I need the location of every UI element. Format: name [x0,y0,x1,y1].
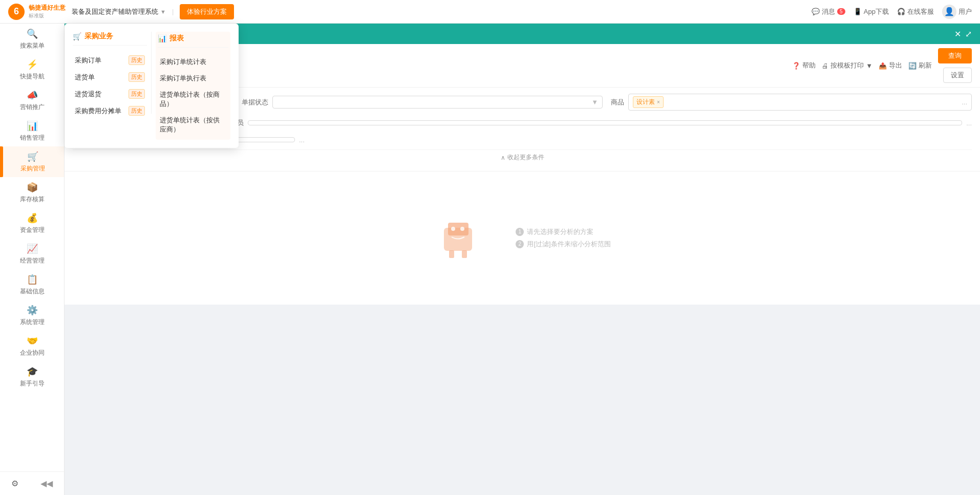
menu-divider [151,32,152,114]
system-title-dropdown[interactable]: 装备及固定资产辅助管理系统 ▼ [72,7,166,16]
menu-item-goods-stats-by-supplier[interactable]: 进货单统计表（按供应商） [158,112,228,138]
megaphone-icon: 📣 [27,90,38,101]
sidebar-item-label-operations: 经营管理 [20,256,45,265]
sidebar-item-label-system: 系统管理 [20,318,45,327]
sidebar-item-label-cooperation: 企业协同 [20,349,45,357]
cart-icon: 🛒 [27,151,38,162]
dropdown-arrow-icon: ▼ [160,9,166,15]
menu-item-purchase-expense[interactable]: 采购费用分摊单 历史 [73,102,147,119]
sidebar-item-label-guide: 新手引导 [20,379,45,388]
empty-state: 1 请先选择要分析的方案 2 用[过滤]条件来缩小分析范围 [65,171,980,305]
salesman-more-btn[interactable]: ... [966,119,972,127]
app-download-btn[interactable]: 📱 App下载 [854,7,889,16]
headset-icon: 🎧 [897,8,905,15]
sidebar-item-marketing[interactable]: 📣 营销推广 [0,85,64,116]
top-right: 💬 消息 5 📱 App下载 🎧 在线客服 👤 用户 [812,5,972,19]
goods-tag: 设计素 × [633,96,664,108]
print-dropdown-icon: ▼ [866,62,872,70]
logo-text-area: 畅捷通好生意 标准版 [29,4,66,19]
logo-area: 6 畅捷通好生意 标准版 [8,4,66,20]
tab-close-btn[interactable]: ✕ [954,29,961,39]
goods-tag-close[interactable]: × [657,99,660,105]
settings-btn[interactable]: 设置 [943,68,972,83]
tip-1: 1 请先选择要分析的方案 [516,226,610,238]
sidebar-item-guide[interactable]: 🎓 新手引导 [0,361,64,392]
settings-icon: ⚙️ [27,305,38,316]
sidebar-item-finance[interactable]: 💰 资金管理 [0,208,64,239]
purchase-expense-label: 采购费用分摊单 [75,106,121,116]
history-badge-return[interactable]: 历史 [129,89,145,99]
history-badge-purchase-order[interactable]: 历史 [129,55,145,65]
user-btn[interactable]: 👤 用户 [942,5,972,19]
sidebar-item-search[interactable]: 🔍 搜索菜单 [0,24,64,54]
lightning-icon: ⚡ [27,59,38,70]
purchase-goods-label: 进货单 [75,73,95,82]
sidebar-item-label-purchase: 采购管理 [20,164,45,173]
handshake-icon: 🤝 [27,335,38,347]
purchase-order-label: 采购订单 [75,56,101,65]
menu-item-order-exec[interactable]: 采购订单执行表 [158,70,228,87]
search-icon: 🔍 [27,28,38,39]
status-select[interactable]: ▼ [272,96,603,109]
goods-input[interactable]: 设计素 × ... [628,94,972,111]
export-btn[interactable]: 📤 导出 [879,61,902,70]
report-section-title: 📊 报表 [158,34,228,48]
print-template-btn[interactable]: 🖨 按模板打印 ▼ [822,61,872,70]
top-left: 6 畅捷通好生意 标准版 装备及固定资产辅助管理系统 ▼ | 体验行业方案 [8,4,234,20]
salesman-select[interactable] [248,120,962,125]
empty-tips: 1 请先选择要分析的方案 2 用[过滤]条件来缩小分析范围 [516,226,610,250]
dropdown-menu-container: 🛒 采购业务 采购订单 历史 进货单 历史 进货退货 历史 采购费用分摊单 [65,24,239,148]
menu-item-order-stats[interactable]: 采购订单统计表 [158,54,228,70]
history-badge-expense[interactable]: 历史 [129,106,145,116]
sidebar-item-quick-nav[interactable]: ⚡ 快捷导航 [0,54,64,85]
svg-rect-4 [449,250,454,258]
refresh-btn[interactable]: 🔄 刷新 [908,61,932,70]
collapse-arrow-icon: ∧ [501,154,505,161]
refresh-icon: 🔄 [908,62,917,70]
query-btn[interactable]: 查询 [938,48,972,63]
menu-item-purchase-return[interactable]: 进货退货 历史 [73,85,147,102]
history-badge-goods[interactable]: 历史 [129,72,145,82]
tab-controls: ✕ ⤢ [954,29,976,39]
purchase-business-section: 🛒 采购业务 采购订单 历史 进货单 历史 进货退货 历史 采购费用分摊单 [73,32,147,140]
message-badge: 5 [837,8,845,15]
help-btn[interactable]: ❓ 帮助 [792,61,816,70]
sidebar-item-label-inventory: 库存核算 [20,195,45,204]
purchase-dropdown-menu: 🛒 采购业务 采购订单 历史 进货单 历史 进货退货 历史 采购费用分摊单 [65,24,239,148]
customer-more-btn[interactable]: ... [299,136,305,144]
sidebar-item-base-info[interactable]: 📋 基础信息 [0,269,64,300]
sidebar-footer: ⚙ ◀◀ [0,471,64,495]
goods-more-btn[interactable]: ... [962,98,967,106]
sidebar-item-label-finance: 资金管理 [20,226,45,234]
box-icon: 📦 [27,182,38,193]
menu-item-purchase-goods[interactable]: 进货单 历史 [73,69,147,85]
menu-item-purchase-order[interactable]: 采购订单 历史 [73,52,147,69]
sidebar-item-cooperation[interactable]: 🤝 企业协同 [0,331,64,361]
svg-point-2 [451,227,455,231]
company-name: 畅捷通好生意 [29,4,66,12]
footer-settings-icon[interactable]: ⚙ [11,479,18,488]
sidebar-item-sales[interactable]: 📊 销售管理 [0,116,64,146]
avatar: 👤 [942,5,956,19]
tab-fullscreen-btn[interactable]: ⤢ [965,29,972,39]
purchase-icon: 🛒 [73,32,81,40]
money-icon: 💰 [27,212,38,224]
sidebar: 🔍 搜索菜单 ⚡ 快捷导航 📣 营销推广 📊 销售管理 🛒 [0,24,65,495]
industry-btn[interactable]: 体验行业方案 [180,4,234,19]
active-indicator [2,146,3,177]
phone-icon: 📱 [854,8,862,15]
message-label: 消息 [822,7,835,16]
sidebar-item-operations[interactable]: 📈 经营管理 [0,239,64,269]
logo-icon: 6 [8,4,25,20]
sidebar-item-inventory[interactable]: 📦 库存核算 [0,177,64,208]
guide-icon: 🎓 [27,366,38,377]
menu-item-goods-stats-by-product[interactable]: 进货单统计表（按商品） [158,87,228,112]
sidebar-collapse-icon[interactable]: ◀◀ [40,479,53,488]
sidebar-item-label-base-info: 基础信息 [20,287,45,296]
svg-point-3 [460,227,464,231]
collapse-filters-btn[interactable]: ∧ 收起更多条件 [73,149,972,165]
sidebar-item-system[interactable]: ⚙️ 系统管理 [0,300,64,331]
sidebar-item-purchase[interactable]: 🛒 采购管理 [0,146,64,177]
message-btn[interactable]: 💬 消息 5 [812,7,845,16]
online-service-btn[interactable]: 🎧 在线客服 [897,7,934,16]
